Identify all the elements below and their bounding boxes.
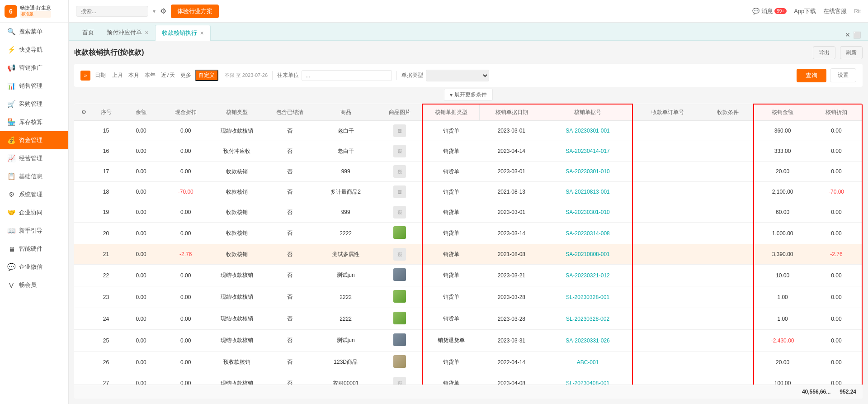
cell-include: 否: [265, 244, 314, 265]
th-settings[interactable]: ⚙: [74, 104, 93, 121]
cell-amount: 333.00: [754, 141, 811, 162]
th-bill-no: 核销单据号: [543, 104, 632, 121]
cell-balance: 0.00: [119, 121, 164, 141]
bill-no-link[interactable]: SA-20230414-017: [566, 148, 609, 154]
brand-name: 畅捷通·好生意: [20, 5, 51, 11]
cell-bill-no: SA-20210813-001: [543, 182, 632, 202]
cell-bill-type: 销货单: [422, 352, 480, 373]
sidebar-item-系统管理[interactable]: ⚙系统管理: [0, 185, 68, 204]
bill-no-link[interactable]: SA-20230301-010: [566, 168, 609, 175]
bill-no-link[interactable]: SA-20230331-026: [566, 337, 609, 344]
bill-no-link[interactable]: SA-20230314-008: [566, 230, 609, 237]
sidebar-item-采购管理[interactable]: 🛒采购管理: [0, 95, 68, 113]
date-7days[interactable]: 近7天: [159, 70, 177, 81]
sidebar-item-搜索菜单[interactable]: 🔍搜索菜单: [0, 23, 68, 41]
expand-conditions-button[interactable]: ▾ 展开更多条件: [444, 89, 493, 101]
date-this-month[interactable]: 本月: [127, 70, 141, 81]
bill-no-link[interactable]: SA-20230321-012: [566, 272, 609, 279]
from-unit-field: 往来单位: [277, 70, 392, 81]
cell-num: 17: [93, 162, 118, 182]
bill-type-select[interactable]: [426, 70, 489, 81]
date-prev-month[interactable]: 上月: [110, 70, 125, 81]
bill-no-link[interactable]: SA-20230301-010: [566, 209, 609, 215]
table-row: 22 0.00 0.00 现结收款核销 否 测试jun 销货单 2023-03-…: [74, 265, 862, 286]
bill-no-link[interactable]: SA-20230301-001: [566, 128, 609, 134]
bill-no-link[interactable]: ABC-001: [577, 359, 599, 366]
cell-cancel-type: 预收款核销: [208, 352, 265, 373]
search-input[interactable]: [76, 6, 148, 17]
sidebar-item-快捷导航[interactable]: ⚡快捷导航: [0, 41, 68, 59]
sidebar-item-经营管理[interactable]: 📈经营管理: [0, 149, 68, 167]
cell-amount: 2,100.00: [754, 182, 811, 202]
footer-amount: 40,556,66...: [802, 389, 830, 395]
th-cancel-discount: 核销折扣: [811, 104, 862, 121]
date-more[interactable]: 更多: [179, 70, 193, 81]
product-image: 🖼: [393, 124, 406, 137]
app-download-link[interactable]: App下载: [794, 7, 816, 15]
cell-receipt-cond: [703, 308, 754, 330]
sidebar-item-基础信息[interactable]: 📋基础信息: [0, 167, 68, 185]
tab-cancel[interactable]: 收款核销执行 ✕: [155, 25, 211, 41]
date-this-year[interactable]: 本年: [143, 70, 157, 81]
sidebar-label: 基础信息: [19, 172, 42, 181]
cell-bill-date: 2023-04-14: [480, 141, 543, 162]
cell-num: 23: [93, 286, 118, 308]
cell-bill-date: 2022-04-14: [480, 352, 543, 373]
export-button[interactable]: 导出: [813, 46, 835, 59]
solution-button[interactable]: 体验行业方案: [171, 5, 219, 18]
settings-button[interactable]: 设置: [830, 68, 856, 82]
cell-receipt-no: [632, 162, 703, 182]
cell-goods-img: 🖼: [377, 202, 422, 223]
page-header: 收款核销执行(按收款) 导出 刷新: [74, 46, 863, 59]
tab-cancel-close[interactable]: ✕: [200, 30, 204, 36]
cell-receipt-cond: [703, 202, 754, 223]
table-scroll-area[interactable]: ⚙ 序号 余额 现金折扣 核销类型 包含已结清 商品 商品图片 核销单据类型 核…: [74, 104, 863, 385]
cell-goods: 测试jun: [314, 330, 377, 352]
cell-cancel-type: 现结收款核销: [208, 265, 265, 286]
tab-expand-btn[interactable]: ⬜: [853, 31, 861, 38]
sidebar-item-库存核算[interactable]: 🏪库存核算: [0, 113, 68, 131]
sidebar-item-销售管理[interactable]: 📊销售管理: [0, 77, 68, 95]
bill-no-link[interactable]: SL-20230328-001: [566, 294, 609, 300]
bill-no-link[interactable]: SL-20230408-001: [566, 380, 609, 385]
sidebar-label: 畅会员: [19, 281, 37, 289]
gear-icon[interactable]: ⚙: [160, 7, 166, 15]
cell-goods: 2222: [314, 223, 377, 244]
cell-balance: 0.00: [119, 352, 164, 373]
tab-close-btn[interactable]: ✕: [845, 31, 850, 38]
cell-receipt-cond: [703, 286, 754, 308]
tab-prepay[interactable]: 预付冲应付单 ✕: [100, 25, 155, 40]
th-include-settled: 包含已结清: [265, 104, 314, 121]
from-unit-input[interactable]: [302, 70, 392, 81]
bill-no-link[interactable]: SL-20230328-002: [566, 316, 609, 322]
query-button[interactable]: 查询: [797, 69, 826, 82]
bill-type-label: 单据类型: [401, 71, 423, 79]
tab-prepay-close[interactable]: ✕: [145, 30, 149, 36]
date-range-display: 不限 至 2023-07-26: [225, 72, 268, 79]
tab-home[interactable]: 首页: [76, 25, 100, 40]
sidebar-item-资金管理[interactable]: 💰资金管理: [0, 131, 68, 149]
cell-bill-no: SA-20230301-010: [543, 202, 632, 223]
sidebar-item-新手引导[interactable]: 📖新手引导: [0, 222, 68, 240]
sidebar-item-企业微信[interactable]: 💬企业微信: [0, 258, 68, 276]
sidebar-item-企业协同[interactable]: 🤝企业协同: [0, 204, 68, 222]
sidebar-icon: 📋: [7, 172, 15, 181]
sidebar-item-畅会员[interactable]: V畅会员: [0, 276, 68, 294]
filter-toggle-button[interactable]: »: [80, 71, 90, 81]
sidebar-item-营销推广[interactable]: 📢营销推广: [0, 59, 68, 77]
date-custom-btn[interactable]: 自定义: [195, 70, 218, 81]
refresh-button[interactable]: 刷新: [840, 46, 863, 59]
th-balance: 余额: [119, 104, 164, 121]
online-service-link[interactable]: 在线客服: [823, 7, 847, 15]
th-num: 序号: [93, 104, 118, 121]
logo-icon: 6: [5, 5, 17, 18]
cell-check: [74, 121, 93, 141]
cell-bill-date: 2023-03-28: [480, 286, 543, 308]
cell-check: [74, 182, 93, 202]
cell-receipt-no: [632, 223, 703, 244]
bill-no-link[interactable]: SA-20210813-001: [566, 189, 609, 195]
cell-receipt-no: [632, 373, 703, 385]
message-section[interactable]: 💬 消息 99+: [752, 7, 787, 15]
bill-no-link[interactable]: SA-20210808-001: [566, 251, 609, 257]
sidebar-item-智能硬件[interactable]: 🖥智能硬件: [0, 240, 68, 258]
